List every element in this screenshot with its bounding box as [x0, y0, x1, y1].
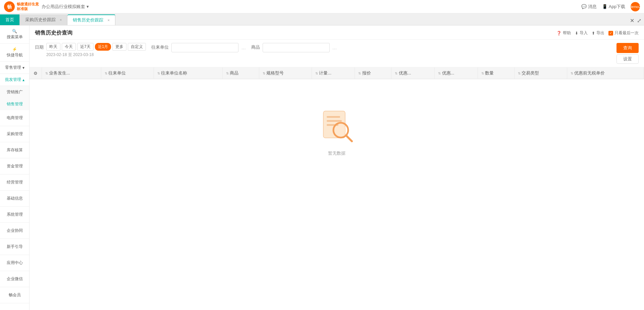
tab-purchase-close[interactable]: × [60, 18, 62, 22]
date-btn-1month[interactable]: 近1月 [95, 43, 111, 51]
sidebar-item-basicinfo-label: 基础信息 [7, 196, 23, 201]
content-area: 销售历史价查询 ❓ 帮助 ⬇ 导入 ⬆ 导出 ✓ 只看最后一次 [30, 25, 644, 310]
query-button[interactable]: 查询 [616, 43, 639, 53]
th-unit-label: 计量... [319, 70, 331, 75]
date-btn-more[interactable]: 更多 [112, 43, 126, 51]
counterpart-input[interactable] [171, 43, 238, 52]
goods-dots: ... [332, 45, 337, 51]
th-settings[interactable]: ⚙ [30, 67, 42, 79]
table-header-row: ⚙ ⇅ 业务发生... ⇅ 往来单位 ⇅ 往来单位名称 [30, 67, 644, 79]
sidebar-item-salesmgmt-label: 销售管理 [7, 101, 23, 107]
th-spec-label: 规格型号 [266, 70, 284, 75]
export-button[interactable]: ⬆ 导出 [592, 30, 604, 36]
empty-text: 暂无数据 [328, 150, 345, 156]
close-tab-icon[interactable]: ✕ [630, 17, 634, 24]
table-wrapper: ⚙ ⇅ 业务发生... ⇅ 往来单位 ⇅ 往来单位名称 [30, 67, 644, 310]
sidebar-item-marketing[interactable]: 营销推广 [0, 86, 29, 98]
only-last-checkbox[interactable]: ✓ 只看最后一次 [608, 30, 639, 36]
app-download-label: App下载 [609, 4, 625, 10]
date-btn-custom[interactable]: 自定义 [128, 43, 146, 51]
date-filter-group: 日期 昨天 今天 近7天 近1月 更多 自定义 2023-02-18 至 202… [35, 43, 146, 58]
th-discount-amount[interactable]: ⇅ 优惠... [435, 67, 478, 79]
th-counterpart-code[interactable]: ⇅ 往来单位 [101, 67, 154, 79]
th-quoted-price[interactable]: ⇅ 报价 [355, 67, 391, 79]
svg-rect-3 [327, 116, 340, 118]
tab-bar-actions: ✕ ⤢ [630, 17, 644, 25]
date-btn-today[interactable]: 今天 [62, 43, 76, 51]
th-goods[interactable]: ⇅ 商品 [222, 67, 259, 79]
app-selector[interactable]: 办公用品行业模拟账套 ▾ [42, 4, 89, 10]
sidebar-item-system-label: 系统管理 [7, 212, 23, 217]
logo-text: 畅捷通好生意 标准版 [17, 2, 39, 11]
th-goods-label: 商品 [230, 70, 238, 75]
sidebar-item-retail-mgmt[interactable]: 零售管理 ▾ [0, 62, 29, 74]
th-pre-discount[interactable]: ⇅ 优惠前无税单价 [567, 67, 644, 79]
maximize-icon[interactable]: ⤢ [637, 17, 641, 24]
tab-sales-history[interactable]: 销售历史价跟踪 × [67, 14, 115, 25]
page-header: 销售历史价查询 ❓ 帮助 ⬇ 导入 ⬆ 导出 ✓ 只看最后一次 [30, 25, 644, 40]
sidebar-item-search-menu[interactable]: 🔍 搜索菜单 [0, 25, 29, 44]
sidebar-item-finance[interactable]: 资金管理 [0, 158, 29, 174]
th-spec[interactable]: ⇅ 规格型号 [259, 67, 312, 79]
sidebar-item-enterprise-wechat[interactable]: 企业微信 [0, 271, 29, 287]
tab-home-label: 首页 [5, 17, 14, 23]
tab-purchase-label: 采购历史价跟踪 [25, 17, 56, 23]
data-table: ⚙ ⇅ 业务发生... ⇅ 往来单位 ⇅ 往来单位名称 [30, 67, 644, 79]
wholesale-expand-icon: ▴ [22, 78, 24, 82]
svg-point-7 [335, 125, 346, 136]
th-unit[interactable]: ⇅ 计量... [312, 67, 355, 79]
sidebar-item-marketing-label: 营销推广 [7, 89, 23, 95]
sidebar-item-quick-nav[interactable]: ⚡ 快捷导航 [0, 44, 29, 62]
sidebar-item-app-center[interactable]: 应用中心 [0, 255, 29, 271]
goods-input[interactable] [263, 43, 330, 52]
user-action[interactable]: demo2 [631, 2, 640, 11]
th-discount-rate[interactable]: ⇅ 优惠... [391, 67, 435, 79]
sidebar-item-sales-mgmt[interactable]: 销售管理 [0, 98, 29, 110]
tab-home[interactable]: 首页 [0, 14, 20, 25]
date-btn-yesterday[interactable]: 昨天 [46, 43, 60, 51]
import-label: 导入 [580, 30, 588, 36]
goods-filter-label: 商品 [251, 43, 260, 50]
sort-icon-discount-amount: ⇅ [438, 71, 441, 75]
checkbox-checked-icon: ✓ [608, 31, 613, 36]
sidebar-item-inventory-label: 库存核算 [7, 147, 23, 153]
tab-purchase-history[interactable]: 采购历史价跟踪 × [20, 14, 67, 25]
tab-sales-close[interactable]: × [107, 18, 109, 22]
sidebar-item-basic-info[interactable]: 基础信息 [0, 191, 29, 207]
sidebar-item-wechat-label: 企业微信 [7, 276, 23, 282]
empty-state: 暂无数据 [30, 79, 644, 183]
sidebar-item-operations[interactable]: 经营管理 [0, 174, 29, 191]
main-layout: 🔍 搜索菜单 ⚡ 快捷导航 零售管理 ▾ 批发管理 ▴ 营销推广 销售管理 电商… [0, 25, 644, 310]
message-action[interactable]: 💬 消息 [581, 4, 597, 10]
th-quantity[interactable]: ⇅ 数量 [478, 67, 514, 79]
svg-rect-4 [327, 120, 342, 122]
goods-input-group: ... [263, 43, 337, 52]
goods-filter-group: 商品 ... [251, 43, 337, 52]
th-counterpart-name[interactable]: ⇅ 往来单位名称 [154, 67, 222, 79]
settings-button[interactable]: 设置 [616, 54, 639, 64]
sidebar-item-enterprise-collab[interactable]: 企业协同 [0, 223, 29, 239]
sort-icon-discount-rate: ⇅ [395, 71, 397, 75]
help-label: 帮助 [563, 30, 571, 36]
sidebar-item-inventory[interactable]: 库存核算 [0, 142, 29, 158]
sidebar-item-ecommerce[interactable]: 电商管理 [0, 110, 29, 126]
sidebar-item-new-guide[interactable]: 新手引导 [0, 239, 29, 255]
sidebar-item-system[interactable]: 系统管理 [0, 207, 29, 223]
avatar: demo2 [631, 2, 640, 11]
date-btn-7days[interactable]: 近7天 [77, 43, 94, 51]
message-label: 消息 [588, 4, 597, 10]
th-biz-date-label: 业务发生... [49, 70, 70, 75]
counterpart-dots: ... [241, 45, 246, 51]
th-biz-date[interactable]: ⇅ 业务发生... [42, 67, 101, 79]
sidebar-item-search-label: 搜索菜单 [7, 34, 23, 40]
sidebar-item-purchase[interactable]: 采购管理 [0, 126, 29, 142]
help-button[interactable]: ❓ 帮助 [556, 30, 571, 36]
import-button[interactable]: ⬇ 导入 [575, 30, 588, 36]
header-right: 💬 消息 📱 App下载 demo2 [581, 2, 640, 11]
th-counterpart-label: 往来单位 [108, 70, 126, 75]
app-download-action[interactable]: 📱 App下载 [602, 4, 625, 10]
sort-icon-biz-date: ⇅ [45, 71, 48, 75]
th-transaction-type[interactable]: ⇅ 交易类型 [514, 67, 567, 79]
sidebar-item-wholesale-mgmt[interactable]: 批发管理 ▴ [0, 74, 29, 86]
sidebar-item-vip[interactable]: 畅会员 [0, 287, 29, 303]
